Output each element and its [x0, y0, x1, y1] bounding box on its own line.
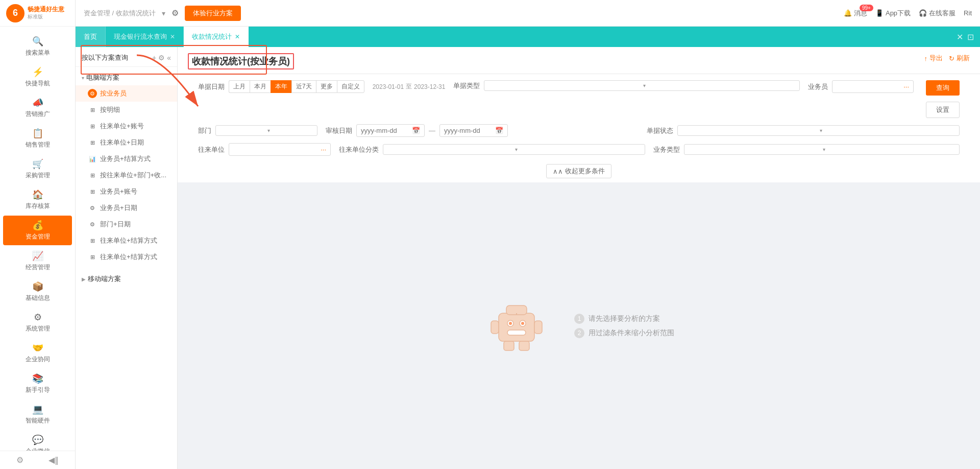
tree-item-by-detail[interactable]: ⊞ 按明细: [76, 102, 177, 118]
export-icon: ↑: [924, 55, 928, 62]
query-button[interactable]: 查询: [926, 80, 960, 96]
tree-item-salesperson-date[interactable]: ⚙ 业务员+日期: [76, 200, 177, 216]
sidebar-item-marketing[interactable]: 📣 营销推广: [3, 93, 72, 123]
topbar-messages[interactable]: 🔔 消息 99+: [844, 9, 867, 18]
date-tab-more[interactable]: 更多: [316, 80, 337, 93]
tab-collection-close[interactable]: ✕: [235, 33, 240, 40]
salesperson-more-icon[interactable]: ···: [903, 83, 909, 90]
sidebar-item-guide[interactable]: 📚 新手引导: [3, 369, 72, 398]
audit-date-to[interactable]: 📅: [439, 124, 508, 137]
tree-item-label: 按往来单位+部门+收...: [100, 171, 166, 180]
sidebar-item-enterprise[interactable]: 🤝 企业协同: [3, 338, 72, 368]
topbar-settings-icon[interactable]: ⚙: [172, 8, 179, 18]
tree-mobile-expand-icon: ▶: [82, 276, 86, 282]
date-tab-thisyear[interactable]: 本年: [271, 80, 291, 93]
sidebar-collapse-btn[interactable]: ◀‖: [48, 455, 59, 465]
doc-status-select[interactable]: ▾: [677, 125, 960, 136]
tree-item-label: 业务员+账号: [100, 187, 137, 196]
tree-item-counterpart-settle1[interactable]: ⊞ 往来单位+结算方式: [76, 232, 177, 249]
sidebar-item-sales[interactable]: 📋 销售管理: [3, 124, 72, 153]
tree-desktop-root[interactable]: ▾ 电脑端方案: [76, 70, 177, 85]
tree-item-salesperson-account[interactable]: ⊞ 业务员+账号: [76, 183, 177, 200]
biz-type-select[interactable]: ▾: [684, 144, 960, 155]
logo-name: 畅捷通好生意: [28, 6, 64, 14]
dept-select[interactable]: ▾: [215, 125, 317, 136]
collapse-label: 收起更多条件: [565, 167, 605, 176]
sidebar-item-inventory[interactable]: 🏠 库存核算: [3, 185, 72, 215]
tab-maximize-icon[interactable]: ⊡: [967, 32, 974, 42]
sidebar-item-search[interactable]: 🔍 搜索菜单: [3, 32, 72, 61]
tree-item-by-salesperson[interactable]: ⚙ 按业务员: [76, 85, 177, 102]
topbar-expand-icon[interactable]: ▾: [162, 9, 165, 17]
svg-rect-7: [507, 330, 526, 335]
doc-status-chevron: ▾: [820, 128, 955, 133]
sidebar-settings-btn[interactable]: ⚙: [16, 455, 23, 465]
item-icon-spa: ⊞: [88, 187, 97, 196]
date-tab-lastmonth[interactable]: 上月: [229, 80, 250, 93]
tree-item-counterpart-date[interactable]: ⊞ 往来单位+日期: [76, 134, 177, 151]
sidebar-item-operation[interactable]: 📈 经营管理: [3, 246, 72, 276]
sidebar-bottom: ⚙ ◀‖: [0, 451, 75, 469]
calendar-icon-from[interactable]: 📅: [412, 127, 420, 134]
trial-button[interactable]: 体验行业方案: [185, 6, 241, 21]
tree-item-label: 往来单位+账号: [100, 122, 144, 131]
tree-item-counterpart-settle2[interactable]: ⊞ 往来单位+结算方式: [76, 249, 177, 265]
wechat-icon: 💬: [32, 434, 43, 445]
tip-num-1: 1: [574, 314, 584, 324]
sidebar-item-wechat[interactable]: 💬 企业微信: [3, 430, 72, 451]
tab-bank-flow[interactable]: 现金银行流水查询 ✕: [106, 27, 184, 47]
tree-item-label: 按明细: [100, 105, 120, 114]
salesperson-label: 业务员: [808, 82, 828, 91]
sidebar-item-quicknav[interactable]: ⚡ 快捷导航: [3, 62, 72, 92]
refresh-button[interactable]: ↻ 刷新: [949, 54, 970, 63]
tree-item-label: 业务员+日期: [100, 203, 137, 213]
item-icon-ss: 📊: [88, 154, 97, 163]
date-tab-custom[interactable]: 自定义: [337, 80, 364, 93]
scheme-settings-btn[interactable]: ⚙: [158, 54, 165, 62]
counterpart-label: 往来单位: [198, 145, 225, 154]
export-button[interactable]: ↑ 导出: [924, 54, 943, 63]
tab-bank-close[interactable]: ✕: [170, 33, 175, 40]
content-area: 按以下方案查询 + ⚙ « ▾ 电脑端方案 ⚙ 按业务员: [76, 47, 980, 469]
panel-collapse-btn[interactable]: «: [167, 54, 171, 62]
filter-settings-button[interactable]: 设置: [926, 102, 960, 118]
collapse-button[interactable]: ∧∧ 收起更多条件: [546, 164, 611, 178]
tree-item-dept-date[interactable]: ⚙ 部门+日期: [76, 216, 177, 232]
doc-type-select[interactable]: ▾: [484, 80, 800, 91]
sidebar-item-system[interactable]: ⚙ 系统管理: [3, 308, 72, 337]
tabbar: 首页 现金银行流水查询 ✕ 收款情况统计 ✕ ✕ ⊡: [76, 27, 980, 47]
page-header: 收款情况统计(按业务员) ↑ 导出 ↻ 刷新: [178, 47, 980, 74]
item-icon-cs1: ⊞: [88, 236, 97, 245]
counterpart-more-icon[interactable]: ···: [321, 146, 326, 153]
tree-mobile-root[interactable]: ▶ 移动端方案: [76, 271, 177, 287]
counterpart-type-select[interactable]: ▾: [383, 144, 645, 155]
tree-item-salesperson-settle[interactable]: 📊 业务员+结算方式: [76, 151, 177, 167]
export-label: 导出: [929, 54, 943, 63]
topbar-username[interactable]: Rit: [964, 9, 972, 17]
salesperson-input[interactable]: ···: [832, 80, 914, 93]
topbar: 资金管理 / 收款情况统计 ▾ ⚙ 体验行业方案 🔔 消息 99+ 📱 App下…: [76, 0, 980, 27]
sidebar-item-label: 经营管理: [26, 263, 50, 272]
audit-from-input[interactable]: [361, 127, 412, 134]
sidebar-item-label: 新手引导: [26, 386, 50, 394]
tab-bank-label: 现金银行流水查询: [114, 32, 167, 41]
tab-home[interactable]: 首页: [76, 27, 106, 47]
tab-minimize-icon[interactable]: ✕: [957, 32, 963, 42]
tree-item-counterpart-account[interactable]: ⊞ 往来单位+账号: [76, 118, 177, 134]
date-tab-thismonth[interactable]: 本月: [250, 80, 271, 93]
sidebar-item-purchase[interactable]: 🛒 采购管理: [3, 154, 72, 184]
logo-icon: 6: [6, 4, 24, 22]
tab-collection-stats[interactable]: 收款情况统计 ✕: [184, 27, 249, 47]
add-scheme-btn[interactable]: +: [152, 54, 156, 62]
date-tab-7days[interactable]: 近7天: [291, 80, 316, 93]
calendar-icon-to[interactable]: 📅: [495, 127, 503, 134]
sidebar-item-hardware[interactable]: 💻 智能硬件: [3, 400, 72, 429]
topbar-online-service[interactable]: 🎧 在线客服: [919, 9, 955, 18]
tree-item-counterpart-dept[interactable]: ⊞ 按往来单位+部门+收...: [76, 167, 177, 183]
audit-date-from[interactable]: 📅: [356, 124, 425, 137]
topbar-app-download[interactable]: 📱 App下载: [875, 9, 911, 18]
counterpart-input[interactable]: ···: [229, 143, 331, 156]
sidebar-item-finance[interactable]: 💰 资金管理: [3, 216, 72, 245]
audit-to-input[interactable]: [444, 127, 495, 134]
sidebar-item-basic[interactable]: 📦 基础信息: [3, 277, 72, 307]
